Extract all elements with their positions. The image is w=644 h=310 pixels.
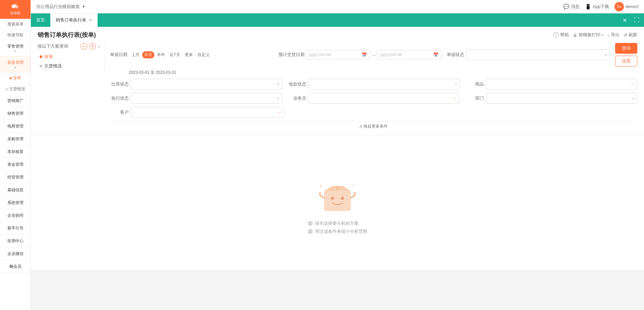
sidebar-item-vip[interactable]: 畅会员 [0,260,31,273]
sidebar-item-operation[interactable]: 经营管理 [0,171,31,184]
salesman-more-icon: ··· [453,96,457,101]
sidebar-item-marketing[interactable]: 营销推广 [0,95,31,107]
date-tab-current-year[interactable]: 本年 [155,51,167,58]
sidebar-item-ecommerce[interactable]: 电商管理 [0,120,31,133]
retail-label: 零售管理 [7,44,23,49]
sidebar-item-guide[interactable]: 新手引导 [0,222,31,235]
sidebar-sub-item-press-order[interactable]: 按单 [0,72,31,84]
sidebar-item-purchase[interactable]: 采购管理 [0,133,31,146]
svg-rect-3 [324,191,351,211]
sidebar: 标准版 搜索菜单 快捷导航 零售管理 ▾ 批发管理 ▴ 按单 欠货情况 营销推广… [0,0,31,310]
expand-button[interactable]: ⛶ [632,15,641,25]
quick-nav[interactable]: 快捷导航 [0,30,31,40]
tab-home-label: 首页 [36,17,45,23]
tab-home[interactable]: 首页 [31,13,50,27]
sidebar-item-wholesale[interactable]: 批发管理 ▴ [0,56,31,72]
goods-more-icon: ··· [630,82,634,87]
date-end-placeholder: yyyy-mm-dd [380,52,402,57]
schema-item-owe-goods[interactable]: 欠货情况 [38,62,100,70]
sidebar-item-basic[interactable]: 基础信息 [0,184,31,197]
inactive-schema-dot [40,65,42,67]
appstore-label: 应用中心 [7,238,23,244]
date-tab-last7[interactable]: 近7天 [168,51,182,58]
sidebar-item-sales[interactable]: 销售管理 [0,107,31,120]
expected-delivery-field: 预计交货日期 yyyy-mm-dd 📅 — yyyy-mm-dd [278,50,441,59]
dept-field: 部门 ▾ [465,93,637,104]
execution-select[interactable]: ▾ [131,93,282,104]
svg-text:✦: ✦ [319,183,323,189]
date-tab-last-month[interactable]: 上月 [129,51,142,58]
refresh-icon: ↺ [624,33,627,38]
sidebar-item-appstore[interactable]: 应用中心 [0,235,31,248]
print-label: 按模板打印 [579,32,600,38]
date-start-input[interactable]: yyyy-mm-dd 📅 [306,50,370,59]
svg-rect-2 [15,5,18,8]
salesman-select[interactable]: ··· [308,93,460,104]
schema-item-press-order[interactable]: 按单 [38,52,100,61]
customer-select[interactable]: ··· [131,107,284,118]
collapse-label: 收起更多条件 [364,123,388,129]
set-button[interactable]: 设置 [615,56,637,66]
empty-box-icon: ✦ ✦ ✦ [314,171,361,218]
vip-label: 畅会员 [9,264,21,269]
goods-select[interactable]: ··· [486,79,637,90]
date-tab-custom[interactable]: 自定义 [196,51,212,58]
chevron-up-icon: ▴ [14,65,16,69]
payment-select[interactable]: ▾ [308,79,460,90]
system-label: 系统管理 [7,200,23,206]
sidebar-item-cooperation[interactable]: 企业协同 [0,209,31,222]
calendar-start-icon[interactable]: 📅 [362,52,367,57]
sidebar-item-inventory[interactable]: 库存核算 [0,146,31,158]
payment-label: 收款状态 [287,81,306,87]
salesman-field: 业务员 ··· [287,93,460,104]
date-tab-current-month[interactable]: 本月 [142,51,154,58]
date-tab-more[interactable]: 更多 [183,51,195,58]
message-button[interactable]: 💬 消息 [563,4,580,10]
close-all-button[interactable]: ✕ [620,15,629,25]
sidebar-item-system[interactable]: 系统管理 [0,197,31,209]
press-order-label: 按单 [13,75,21,81]
collapse-button[interactable]: ⋀ 收起更多条件 [110,121,637,131]
filter-schema-panel: 按以下方案查询 + ✎ « 按单 [38,43,105,71]
salesman-label: 业务员 [287,95,306,101]
shipment-label: 出库状态 [110,81,129,87]
topbar-actions: 💬 消息 📱 App下载 Ea demo2 [563,2,639,11]
app-download-button[interactable]: 📱 App下载 [585,4,609,10]
query-button[interactable]: 查询 [615,43,637,54]
app-download-label: App下载 [593,4,609,10]
filter-area: 按以下方案查询 + ✎ « 按单 [31,39,644,136]
export-button[interactable]: ↓ 导出 [607,32,620,38]
add-schema-button[interactable]: + [80,43,87,50]
empty-tip-2: 2 用过滤条件来缩小分析范围 [308,228,367,235]
sidebar-item-retail[interactable]: 零售管理 ▾ [0,40,31,56]
collapse-schema-button[interactable]: « [98,44,100,49]
status-select[interactable]: ▾ [466,49,610,60]
search-menu[interactable]: 搜索菜单 [0,19,31,30]
message-label: 消息 [571,4,580,10]
refresh-button[interactable]: ↺ 刷新 [624,32,637,38]
shipment-select[interactable]: ▾ [131,79,282,90]
tab-sales-order[interactable]: 销售订单执行表 ✕ [50,13,98,27]
svg-point-6 [341,197,344,200]
date-end-input[interactable]: yyyy-mm-dd 📅 [377,50,441,59]
action-buttons: 查询 设置 [615,43,637,66]
payment-chevron-icon: ▾ [455,83,457,86]
dept-select[interactable]: ▾ [486,93,637,104]
calendar-end-icon[interactable]: 📅 [433,52,438,57]
tab-close-icon[interactable]: ✕ [89,18,92,22]
active-schema-dot [40,55,42,58]
print-button[interactable]: 🖨 按模板打印 ▾ [573,32,603,38]
goods-label: 商品 [465,81,484,87]
sidebar-item-wechat[interactable]: 企业微信 [0,248,31,260]
sidebar-item-finance[interactable]: 资金管理 [0,158,31,171]
wholesale-submenu: 按单 欠货情况 [0,72,31,95]
help-button[interactable]: ? 帮助 [553,32,569,38]
sidebar-sub-item-owe-goods[interactable]: 欠货情况 [0,84,31,95]
svg-text:✦: ✦ [349,199,352,202]
export-icon: ↓ [607,33,610,38]
payment-field: 收款状态 ▾ [287,79,460,90]
user-profile-button[interactable]: Ea demo2 [614,2,639,11]
cooperation-label: 企业协同 [7,213,23,218]
edit-schema-button[interactable]: ✎ [89,43,96,50]
breadcrumb-dropdown-icon[interactable]: ▾ [83,4,85,9]
